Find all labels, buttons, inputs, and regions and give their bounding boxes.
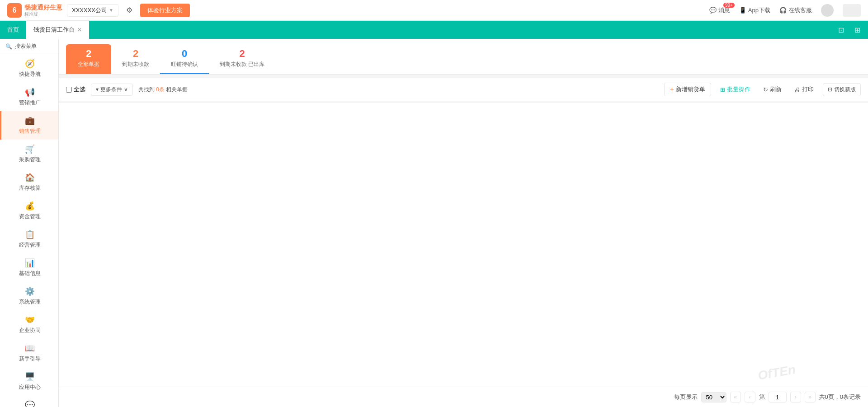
search-menu-item[interactable]: 🔍 搜索菜单 [0, 39, 58, 54]
print-button[interactable]: 🖨 打印 [791, 84, 817, 95]
stats-tab-pending[interactable]: 0 旺铺待确认 [160, 44, 209, 74]
pagination: 每页显示 50 100 200 « ‹ 第 › » 共0页，0条记录 [59, 387, 868, 407]
sidebar-item-operations-label: 经营管理 [19, 241, 41, 249]
found-count: 0条 [156, 86, 165, 93]
sidebar-item-enterprise-wechat[interactable]: 💬 企业微信 [0, 396, 58, 407]
message-badge: 99+ [723, 3, 735, 8]
logo-icon: 6 [7, 3, 22, 18]
new-sale-button[interactable]: + 新增销货单 [664, 83, 711, 96]
message-item[interactable]: 💬 消息 99+ [709, 6, 730, 14]
tab-home[interactable]: 首页 [0, 21, 26, 39]
filter-label: 更多条件 [100, 86, 122, 94]
online-service-label: 在线客服 [788, 6, 812, 14]
sidebar-item-marketing[interactable]: 📢 营销推广 [0, 83, 58, 111]
sidebar-item-purchase[interactable]: 🛒 采购管理 [0, 140, 58, 168]
layout: 🔍 搜索菜单 🧭 快捷导航 📢 营销推广 💼 销售管理 🛒 采购管理 🏠 库存核… [0, 39, 868, 407]
next-page-button[interactable]: › [790, 392, 801, 402]
select-all-label: 全选 [74, 85, 85, 94]
table-area [59, 103, 868, 387]
sidebar-item-basic-info[interactable]: 📊 基础信息 [0, 253, 58, 282]
sidebar-item-system-label: 系统管理 [19, 298, 41, 306]
last-page-button[interactable]: » [805, 392, 816, 402]
logo-main: 畅捷通好生意 [24, 3, 62, 11]
sidebar-item-inventory-label: 库存核算 [19, 184, 41, 192]
select-all-checkbox[interactable]: 全选 [66, 85, 85, 94]
app-download-item[interactable]: 📱 App下载 [739, 6, 770, 14]
select-all-input[interactable] [66, 87, 72, 93]
refresh-button[interactable]: ↻ 刷新 [760, 84, 785, 95]
toolbar-right: + 新增销货单 ⊞ 批量操作 ↻ 刷新 🖨 打印 ⊡ 切换新版 [664, 83, 861, 96]
main-content: 2 全部单据 2 到期未收款 0 旺铺待确认 2 到期未收款 已出库 全选 [59, 39, 868, 407]
per-page-label: 每页显示 [674, 393, 698, 401]
stats-tab-overdue-shipped[interactable]: 2 到期未收款 已出库 [209, 44, 275, 74]
user-info[interactable] [843, 4, 861, 17]
app-download-icon: 📱 [739, 7, 746, 14]
cooperation-icon: 🤝 [25, 315, 35, 325]
toolbar-left: 全选 ▾ 更多条件 ∨ 共找到 0条 相关单据 [66, 84, 188, 96]
sidebar-item-quick-nav[interactable]: 🧭 快捷导航 [0, 54, 58, 83]
tab-close-icon[interactable]: ✕ [77, 27, 82, 33]
stats-pending-label: 旺铺待确认 [171, 61, 198, 68]
total-label: 共0页，0条记录 [819, 393, 861, 401]
search-menu-label: 搜索菜单 [15, 42, 37, 50]
print-icon: 🖨 [794, 86, 800, 93]
company-dropdown-arrow: ▼ [109, 8, 113, 13]
sidebar-item-cooperation[interactable]: 🤝 企业协同 [0, 310, 58, 339]
tab-work-platform-label: 钱货日清工作台 [33, 26, 75, 34]
search-icon: 🔍 [5, 43, 12, 50]
sidebar-item-app-center[interactable]: 🖥️ 应用中心 [0, 367, 58, 396]
refresh-icon: ↻ [763, 86, 768, 93]
logo-area: 6 畅捷通好生意 标准版 [7, 3, 62, 18]
tab-minimize-icon[interactable]: ⊡ [835, 23, 847, 36]
sidebar-item-sales[interactable]: 💼 销售管理 [0, 111, 58, 140]
stats-tab-all[interactable]: 2 全部单据 [66, 44, 111, 74]
refresh-label: 刷新 [770, 85, 782, 94]
sidebar-item-app-center-label: 应用中心 [19, 384, 41, 391]
sidebar-item-finance-label: 资金管理 [19, 213, 41, 220]
prev-page-button[interactable]: ‹ [745, 392, 755, 402]
batch-ops-button[interactable]: ⊞ 批量操作 [717, 84, 754, 95]
per-page-select[interactable]: 50 100 200 [701, 392, 726, 402]
sidebar-item-system[interactable]: ⚙️ 系统管理 [0, 282, 58, 310]
found-suffix: 相关单据 [166, 86, 188, 93]
top-bar: 6 畅捷通好生意 标准版 XXXXXX公司 ▼ ⚙ 体验行业方案 💬 消息 99… [0, 0, 868, 21]
tab-work-platform[interactable]: 钱货日清工作台 ✕ [26, 21, 89, 39]
new-sale-label: 新增销货单 [676, 85, 705, 94]
sidebar-item-inventory[interactable]: 🏠 库存核算 [0, 168, 58, 196]
top-bar-right: 💬 消息 99+ 📱 App下载 🎧 在线客服 [709, 4, 861, 17]
first-page-button[interactable]: « [730, 392, 741, 402]
switch-version-button[interactable]: ⊡ 切换新版 [823, 83, 861, 96]
sidebar-item-guide[interactable]: 📖 新手引导 [0, 339, 58, 367]
company-selector[interactable]: XXXXXX公司 ▼ [67, 4, 118, 17]
batch-ops-label: 批量操作 [727, 85, 750, 94]
prev-page-icon: ‹ [749, 394, 751, 400]
app-center-icon: 🖥️ [25, 372, 35, 382]
stats-pending-num: 0 [182, 48, 187, 60]
sidebar-item-sales-label: 销售管理 [19, 127, 41, 135]
online-service-item[interactable]: 🎧 在线客服 [779, 6, 812, 14]
settings-icon[interactable]: ⚙ [123, 4, 136, 17]
operations-icon: 📋 [25, 229, 35, 239]
stats-overdue-shipped-num: 2 [240, 48, 245, 60]
tab-maximize-icon[interactable]: ⊞ [851, 23, 863, 36]
stats-tab-overdue[interactable]: 2 到期未收款 [111, 44, 160, 74]
stats-overdue-num: 2 [133, 48, 138, 60]
found-prefix: 共找到 [138, 86, 155, 93]
tab-bar-actions: ⊡ ⊞ [835, 23, 868, 36]
page-label: 第 [759, 393, 765, 401]
top-bar-left: 6 畅捷通好生意 标准版 XXXXXX公司 ▼ ⚙ 体验行业方案 [7, 3, 190, 18]
headset-icon: 🎧 [779, 7, 787, 14]
batch-ops-icon: ⊞ [720, 86, 725, 93]
page-input[interactable] [769, 392, 787, 402]
try-industry-button[interactable]: 体验行业方案 [140, 4, 190, 17]
guide-icon: 📖 [25, 343, 35, 353]
tab-home-label: 首页 [7, 26, 19, 34]
sidebar-item-operations[interactable]: 📋 经营管理 [0, 225, 58, 253]
sidebar-item-finance[interactable]: 💰 资金管理 [0, 196, 58, 225]
found-text: 共找到 0条 相关单据 [138, 86, 188, 94]
avatar[interactable] [821, 4, 834, 17]
message-icon: 💬 [709, 7, 717, 14]
plus-icon: + [670, 85, 674, 94]
filter-button[interactable]: ▾ 更多条件 ∨ [91, 84, 133, 96]
sidebar-item-purchase-label: 采购管理 [19, 156, 41, 164]
